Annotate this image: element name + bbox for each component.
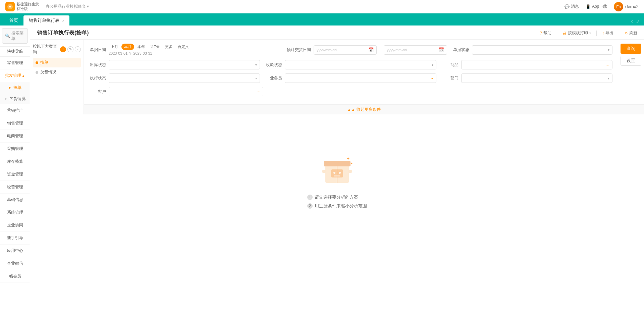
print-dropdown-icon: ▾ [589, 32, 591, 35]
date-quick-buttons: 上月 本月 本年 近7天 更多 自定义 [109, 44, 191, 50]
sidebar-item-wholesale[interactable]: 批发管理 ▲ [0, 69, 30, 82]
salesperson-label: 业务员 [265, 75, 282, 81]
refresh-button[interactable]: ↺ 刷新 [625, 30, 637, 36]
exec-status-select[interactable]: ▾ [109, 73, 260, 83]
date-separator: — [378, 47, 382, 52]
filter-row-3: 执行状态 ▾ 业务员 [89, 73, 612, 83]
customer-select[interactable]: ··· [109, 87, 263, 96]
collapse-bar[interactable]: ▲▲ 收起更多条件 [84, 104, 644, 114]
filter-field-product: 商品 ··· [442, 60, 612, 69]
tab-close-button[interactable]: × [62, 18, 64, 22]
scheme-panel-controls: + ✎ « [60, 46, 81, 52]
tab-home[interactable]: 首页 [4, 15, 23, 25]
scheme-collapse-button[interactable]: « [75, 46, 81, 52]
sidebar-item-guide[interactable]: 新手引导 [0, 232, 30, 245]
svg-rect-9 [334, 175, 340, 176]
phone-icon: 📱 [586, 4, 591, 9]
sidebar-quick-nav[interactable]: 快捷导航 [0, 47, 30, 57]
empty-hint-2: 2 用过滤条件来缩小分析范围 [307, 202, 367, 210]
sidebar-sub-item-arrears[interactable]: ● 欠货情况 [0, 93, 30, 104]
scheme-panel: 按以下方案查询 + ✎ « 按单 欠货情况 [30, 40, 84, 114]
search-icon: 🔍 [5, 34, 10, 38]
sidebar-item-finance[interactable]: 资金管理 [0, 168, 30, 181]
app-download-button[interactable]: 📱 App下载 [586, 4, 607, 9]
payment-status-select[interactable]: ▾ [285, 60, 436, 69]
dept-select[interactable]: ▾ [461, 73, 612, 83]
sidebar-item-member[interactable]: 畅会员 [0, 270, 30, 283]
svg-text:✦: ✦ [346, 156, 350, 161]
sidebar-item-purchase[interactable]: 采购管理 [0, 143, 30, 155]
sidebar-item-marketing[interactable]: 营销推广 [0, 104, 30, 117]
sidebar-item-basic[interactable]: 基础信息 [0, 194, 30, 206]
this-year-btn[interactable]: 本年 [136, 44, 147, 50]
page-title: 销售订单执行表(按单) [37, 30, 89, 37]
filter-right-section: 单据日期 上月 本月 本年 近7天 [84, 40, 644, 114]
customer-label: 客户 [89, 89, 106, 95]
query-button[interactable]: 查询 [621, 44, 641, 54]
svg-rect-10 [322, 170, 326, 173]
header-left: 畅捷通好生意 标准版 办公用品行业模拟账套 ▾ [5, 2, 89, 11]
settings-button[interactable]: 设置 [621, 56, 641, 66]
sidebar-item-inventory[interactable]: 库存核算 [0, 155, 30, 168]
user-avatar-area[interactable]: Ea demo2 [614, 2, 639, 11]
shipment-status-select[interactable]: ▾ [109, 60, 260, 69]
calendar-from-icon: 📅 [368, 47, 374, 52]
scheme-item-arrears[interactable]: 欠货情况 [33, 67, 81, 77]
nav-path[interactable]: 办公用品行业模拟账套 ▾ [46, 4, 89, 9]
custom-btn[interactable]: 自定义 [176, 44, 191, 50]
svg-rect-11 [348, 170, 352, 173]
sidebar-sub-item-order[interactable]: ● 按单 [0, 82, 30, 93]
svg-text:✦: ✦ [351, 162, 353, 165]
tab-close-all-button[interactable]: × [631, 19, 633, 24]
empty-hints: 1 请先选择要分析的方案 2 用过滤条件来缩小分析范围 [307, 193, 367, 210]
message-button[interactable]: 💬 消息 [565, 4, 579, 9]
more-btn[interactable]: 更多 [163, 44, 174, 50]
doc-status-select[interactable]: ▾ [472, 45, 613, 55]
sidebar-item-enterprise[interactable]: 企业协同 [0, 219, 30, 232]
last-month-btn[interactable]: 上月 [109, 44, 120, 50]
exec-status-label: 执行状态 [89, 75, 106, 81]
expected-date-label: 预计交货日期 [287, 47, 311, 53]
sidebar-item-app-center[interactable]: 应用中心 [0, 245, 30, 257]
print-icon: 🖨 [562, 31, 567, 36]
shipment-label: 出库状态 [89, 62, 106, 68]
last-7-btn[interactable]: 近7天 [148, 44, 162, 50]
filter-field-customer: 客户 ··· [89, 87, 263, 96]
print-button[interactable]: 🖨 按模板打印 ▾ [562, 30, 591, 36]
scheme-edit-button[interactable]: ✎ [67, 46, 73, 52]
header-right: 💬 消息 📱 App下载 Ea demo2 [565, 2, 639, 11]
payment-arrow: ▾ [432, 63, 433, 67]
doc-status-arrow: ▾ [608, 48, 609, 52]
sidebar-search-button[interactable]: 🔍 搜索菜单 [2, 28, 28, 44]
this-month-btn[interactable]: 本月 [121, 44, 134, 50]
scheme-add-button[interactable]: + [60, 46, 66, 52]
sidebar-item-system[interactable]: 系统管理 [0, 206, 30, 219]
help-button[interactable]: ? 帮助 [540, 30, 551, 36]
filter-field-date: 单据日期 上月 本月 本年 近7天 [89, 44, 281, 56]
chevron-down-icon: ▲ [22, 74, 25, 78]
dept-arrow: ▾ [608, 76, 609, 80]
hint-num-1: 1 [307, 195, 313, 200]
avatar: Ea [614, 2, 623, 11]
empty-hint-1: 1 请先选择要分析的方案 [307, 193, 367, 202]
export-button[interactable]: ↑ 导出 [602, 30, 613, 36]
sidebar-item-sales-mgmt[interactable]: 销售管理 [0, 117, 30, 130]
logo-area[interactable]: 畅捷通好生意 标准版 [5, 2, 39, 11]
scheme-item-order[interactable]: 按单 [33, 58, 81, 67]
filter-field-shipment: 出库状态 ▾ [89, 60, 260, 69]
expected-date-to[interactable]: yyyy-mm-dd 📅 [384, 45, 447, 55]
sidebar-item-ecommerce[interactable]: 电商管理 [0, 130, 30, 143]
sidebar-item-operations[interactable]: 经营管理 [0, 181, 30, 194]
sidebar-item-wechat[interactable]: 企业微信 [0, 257, 30, 270]
salesperson-select[interactable]: ··· [285, 73, 436, 83]
doc-status-label: 单据状态 [452, 47, 469, 53]
tab-sales-order[interactable]: 销售订单执行表 × [23, 15, 69, 25]
tab-restore-button[interactable]: ⤢ [636, 19, 640, 24]
filter-field-payment: 收款状态 ▾ [265, 60, 436, 69]
sidebar-item-retail[interactable]: 零售管理 [0, 57, 30, 69]
product-select[interactable]: ··· [461, 60, 612, 69]
sidebar-search-area: 🔍 搜索菜单 [0, 25, 30, 47]
date-range-text: 2023-03-01 至 2023-03-31 [109, 51, 281, 56]
svg-point-7 [333, 172, 335, 174]
expected-date-from[interactable]: yyyy-mm-dd 📅 [314, 45, 377, 55]
